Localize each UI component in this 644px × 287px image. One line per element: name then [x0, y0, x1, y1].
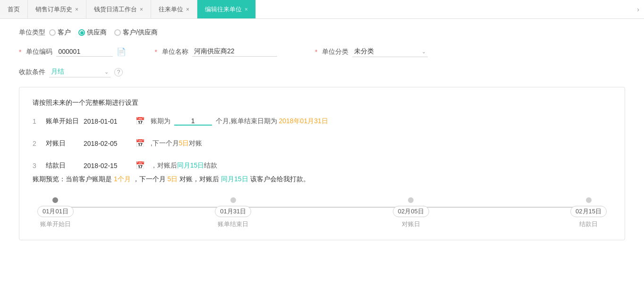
unit-name-label: 单位名称: [162, 48, 188, 56]
timeline-badge-1: 01月01日: [37, 206, 74, 217]
tab-edit-partner-label: 编辑往来单位: [205, 5, 242, 14]
panel-row-3-date: 2018-02-15: [84, 162, 136, 169]
tab-bar: 首页 销售订单历史 × 钱货日清工作台 × 往来单位 × 编辑往来单位 × ›: [0, 0, 644, 19]
tab-edit-partner[interactable]: 编辑往来单位 ×: [197, 0, 256, 18]
panel-row-2-desc-pre: ,下一个月: [151, 139, 179, 148]
timeline: 01月01日 账单开始日 01月31日 账单结束日 02月05日 对账日: [33, 197, 611, 228]
radio-customer-circle: [49, 29, 56, 36]
radio-customer[interactable]: 客户: [49, 28, 71, 37]
preview-part2: 5日: [167, 175, 178, 183]
preview-part3: 同月15日: [221, 175, 248, 183]
panel-row-1-date: 2018-01-01: [84, 118, 136, 125]
unit-type-label: 单位类型: [19, 28, 45, 37]
tab-sales-history-close[interactable]: ×: [75, 6, 78, 13]
tab-more-arrow[interactable]: ›: [632, 0, 644, 18]
unit-code-doc-icon[interactable]: 📄: [117, 47, 126, 56]
timeline-dot-1: [52, 197, 58, 203]
payment-condition-label: 收款条件: [19, 68, 45, 76]
panel-row-1-period-pre: 账期为: [151, 117, 170, 126]
unit-code-input[interactable]: [56, 47, 113, 57]
timeline-label-4: 结款日: [579, 220, 598, 228]
panel-row-2-highlight: 5日: [179, 139, 189, 148]
timeline-badge-4: 02月15日: [570, 206, 607, 217]
payment-condition-row: 收款条件 月结 ⌄ ?: [19, 67, 625, 77]
panel-row-3-label: 结款日: [46, 161, 84, 170]
preview-part1: 1个月: [114, 175, 131, 183]
payment-help-icon[interactable]: ?: [114, 68, 123, 76]
panel-row-2-date: 2018-02-05: [84, 140, 136, 147]
unit-code-item: * 单位编码 📄: [19, 47, 126, 57]
unit-code-star: *: [19, 48, 21, 56]
radio-customer-label: 客户: [58, 28, 71, 37]
unit-category-value: 未分类: [354, 47, 420, 56]
timeline-dot-4: [586, 197, 592, 203]
panel-row-1-period-post: 个月,账单结束日期为: [216, 117, 277, 126]
radio-supplier-circle: [78, 29, 85, 36]
unit-category-arrow-icon: ⌄: [422, 49, 426, 55]
panel-row-1: 1 账单开始日 2018-01-01 📅 账期为 个月,账单结束日期为 2018…: [33, 117, 611, 126]
timeline-point-1: 01月01日 账单开始日: [37, 197, 74, 228]
tab-cash-work[interactable]: 钱货日清工作台 ×: [86, 0, 151, 18]
panel-row-3-desc-post: 结款: [204, 161, 217, 170]
tab-home-label: 首页: [8, 5, 20, 14]
timeline-dot-2: [230, 197, 236, 203]
panel-box: 请按照未来的一个完整帐期进行设置 1 账单开始日 2018-01-01 📅 账期…: [19, 87, 625, 240]
tab-partner[interactable]: 往来单位 ×: [151, 0, 197, 18]
tab-sales-history[interactable]: 销售订单历史 ×: [28, 0, 86, 18]
tab-cash-work-close[interactable]: ×: [140, 6, 143, 13]
timeline-point-2: 01月31日 账单结束日: [215, 197, 251, 228]
panel-row-3-desc-pre: ，对账后: [151, 161, 177, 170]
panel-row-2-desc-post: 对账: [189, 139, 202, 148]
timeline-point-4: 02月15日 结款日: [570, 197, 607, 228]
timeline-badge-2: 01月31日: [215, 206, 251, 217]
unit-name-input[interactable]: [192, 47, 277, 57]
unit-type-row: 单位类型 客户 供应商 客户/供应商: [19, 28, 625, 37]
radio-supplier[interactable]: 供应商: [78, 28, 107, 37]
tab-partner-close[interactable]: ×: [186, 6, 189, 13]
tab-sales-history-label: 销售订单历史: [35, 5, 72, 14]
panel-row-3-highlight: 同月15日: [177, 161, 204, 170]
tab-partner-label: 往来单位: [159, 5, 183, 14]
panel-row-3-cal-icon[interactable]: 📅: [136, 161, 145, 170]
timeline-label-2: 账单结束日: [218, 220, 248, 228]
panel-row-1-num: 1: [33, 118, 46, 125]
radio-supplier-label: 供应商: [87, 28, 107, 37]
panel-row-2: 2 对账日 2018-02-05 📅 ,下一个月 5日 对账: [33, 139, 611, 148]
payment-condition-item: 收款条件 月结 ⌄ ?: [19, 67, 123, 77]
preview-conn3: 该客户会给我打款。: [250, 175, 310, 183]
period-input[interactable]: [174, 117, 212, 126]
preview-text: 账期预览：当前客户账期是 1个月 ，下一个月 5日 对账，对账后 同月15日 该…: [33, 174, 611, 184]
radio-both-circle: [114, 29, 121, 36]
panel-row-1-end-date: 2018年01月31日: [279, 117, 328, 126]
timeline-label-1: 账单开始日: [40, 220, 71, 228]
panel-title: 请按照未来的一个完整帐期进行设置: [33, 99, 611, 107]
panel-row-1-cal-icon[interactable]: 📅: [136, 117, 145, 126]
unit-type-radio-group: 客户 供应商 客户/供应商: [49, 28, 158, 37]
unit-category-select[interactable]: 未分类 ⌄: [352, 46, 428, 57]
panel-row-3: 3 结款日 2018-02-15 📅 ，对账后 同月15日 结款: [33, 161, 611, 170]
preview-label: 账期预览：当前客户账期是: [33, 175, 112, 183]
unit-name-star: *: [154, 48, 157, 56]
payment-condition-value: 月结: [51, 68, 102, 76]
payment-condition-arrow-icon: ⌄: [104, 69, 109, 75]
preview-section: 账期预览：当前客户账期是 1个月 ，下一个月 5日 对账，对账后 同月15日 该…: [33, 174, 611, 228]
panel-row-1-label: 账单开始日: [46, 117, 84, 126]
timeline-badge-3: 02月05日: [393, 206, 429, 217]
unit-info-row: * 单位编码 📄 * 单位名称 * 单位分类 未分类 ⌄: [19, 46, 625, 57]
unit-cat-star: *: [315, 48, 317, 56]
timeline-label-3: 对账日: [402, 220, 420, 228]
main-content: 单位类型 客户 供应商 客户/供应商 * 单位编码: [0, 19, 644, 287]
unit-name-item: * 单位名称: [154, 47, 277, 57]
payment-condition-select[interactable]: 月结 ⌄: [49, 67, 110, 77]
unit-category-label: 单位分类: [322, 48, 348, 56]
tab-edit-partner-close[interactable]: ×: [245, 6, 248, 13]
timeline-point-3: 02月05日 对账日: [393, 197, 429, 228]
unit-code-label: 单位编码: [26, 48, 52, 56]
radio-both[interactable]: 客户/供应商: [114, 28, 158, 37]
preview-conn2: 对账，对账后: [179, 175, 219, 183]
radio-both-label: 客户/供应商: [123, 28, 158, 37]
preview-conn1: ，下一个月: [133, 175, 166, 183]
tab-home[interactable]: 首页: [0, 0, 28, 18]
panel-row-2-cal-icon[interactable]: 📅: [136, 139, 145, 148]
timeline-items: 01月01日 账单开始日 01月31日 账单结束日 02月05日 对账日: [37, 197, 607, 228]
